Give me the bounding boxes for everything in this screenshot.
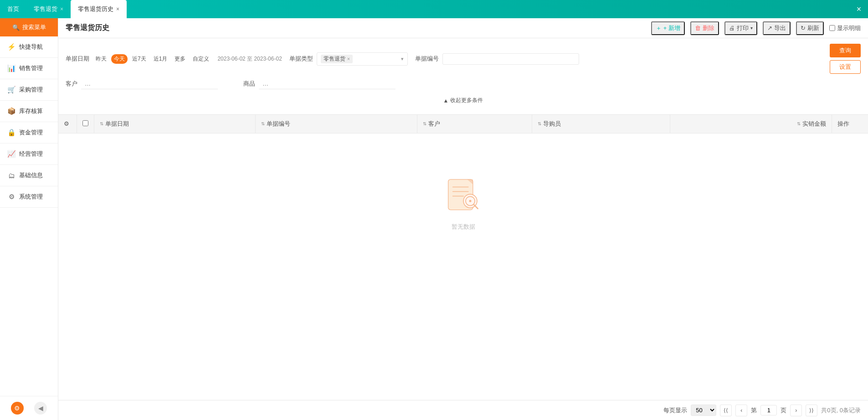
refresh-button-label: 刷新 (807, 24, 819, 32)
collapse-icon: ▲ (443, 97, 449, 104)
tab-home-label: 首页 (7, 5, 19, 13)
th-checkbox[interactable] (77, 115, 94, 133)
filter-settings-label: 设置 (839, 63, 851, 70)
page-label: 第 (751, 406, 757, 415)
sidebar-item-quick-nav[interactable]: ⚡ 快捷导航 (0, 36, 58, 58)
print-chevron-icon: ▾ (750, 26, 753, 31)
th-ops-label: 操作 (837, 120, 849, 127)
sort-icon: ⇅ (423, 121, 426, 126)
th-ops: 操作 (832, 115, 868, 133)
show-detail-checkbox-input[interactable] (829, 25, 835, 31)
top-bar: 首页 零售退货 × 零售退货历史 × × (0, 0, 868, 18)
sidebar-item-label: 资金管理 (19, 128, 43, 137)
sort-icon: ⇅ (538, 121, 541, 126)
th-no: ⇅ 单据编号 (256, 115, 417, 133)
sidebar-item-label: 系统管理 (19, 193, 43, 201)
last-page-button[interactable]: ⟩⟩ (806, 405, 817, 416)
customer-label: 客户 (66, 80, 77, 88)
settings-icon[interactable]: ⚙ (64, 120, 69, 127)
page-number-input[interactable] (760, 405, 777, 415)
first-page-button[interactable]: ⟨⟨ (720, 405, 732, 416)
toolbar-actions: ＋ + 新增 🗑 删除 🖨 打印 ▾ ↗ 导出 ↻ (651, 21, 861, 35)
print-button-label: 打印 (737, 24, 749, 32)
query-button[interactable]: 查询 (830, 44, 861, 57)
tab-retail-return-history-close[interactable]: × (116, 6, 119, 12)
tab-home[interactable]: 首页 (0, 0, 26, 18)
th-settings[interactable]: ⚙ (58, 115, 77, 133)
date-opt-7days[interactable]: 近7天 (129, 54, 149, 64)
sales-icon: 📊 (7, 64, 15, 72)
print-button[interactable]: 🖨 打印 ▾ (724, 21, 757, 35)
filter-row-2: 客户 商品 (66, 78, 861, 89)
export-icon: ↗ (767, 25, 772, 31)
per-page-label: 每页显示 (663, 406, 687, 415)
select-all-checkbox[interactable] (82, 120, 88, 126)
sidebar-item-purchase[interactable]: 🛒 采购管理 (0, 79, 58, 101)
goods-input[interactable] (259, 78, 395, 89)
doctype-tag-value: 零售退货 (324, 55, 345, 63)
sidebar-item-sales[interactable]: 📊 销售管理 (0, 58, 58, 79)
prev-page-button[interactable]: ‹ (735, 405, 747, 416)
sidebar-item-label: 经营管理 (19, 150, 43, 158)
date-opt-1month[interactable]: 近1月 (151, 54, 170, 64)
table-area: ⚙ ⇅ 单据日期 ⇅ (58, 115, 868, 400)
doctype-select[interactable]: 零售退货 × ▾ (317, 52, 408, 66)
per-page-select[interactable]: 50 100 200 (691, 405, 716, 416)
sidebar-item-label: 快捷导航 (19, 43, 43, 51)
th-date: ⇅ 单据日期 (94, 115, 256, 133)
sidebar-settings-icon[interactable]: ⚙ (11, 402, 24, 415)
svg-point-7 (469, 200, 471, 202)
sidebar-search[interactable]: 🔍 搜索菜单 (0, 18, 58, 36)
doctype-tag-close[interactable]: × (347, 56, 350, 61)
table-head: ⚙ ⇅ 单据日期 ⇅ (58, 115, 868, 133)
date-opt-custom[interactable]: 自定义 (190, 54, 212, 64)
docno-label: 单据编号 (415, 55, 439, 63)
window-close-button[interactable]: × (850, 0, 868, 18)
basic-info-icon: 🗂 (7, 171, 15, 179)
export-button-label: 导出 (774, 24, 786, 32)
empty-state-illustration (441, 170, 486, 215)
sidebar-collapse-icon[interactable]: ◀ (34, 402, 47, 415)
customer-input[interactable] (81, 78, 218, 89)
date-opt-more[interactable]: 更多 (172, 54, 188, 64)
docno-input[interactable] (442, 53, 579, 65)
finance-icon: 🔒 (7, 128, 15, 137)
doctype-chevron-icon: ▾ (401, 56, 404, 62)
delete-button[interactable]: 🗑 删除 (690, 21, 719, 35)
sidebar-item-finance[interactable]: 🔒 资金管理 (0, 122, 58, 143)
tab-retail-return[interactable]: 零售退货 × (26, 0, 71, 18)
tab-retail-return-label: 零售退货 (34, 5, 57, 13)
date-opt-yesterday[interactable]: 昨天 (93, 54, 109, 64)
tab-list: 首页 零售退货 × 零售退货历史 × (0, 0, 850, 18)
collapse-button[interactable]: ▲ 收起更多条件 (438, 94, 489, 107)
sidebar-item-system[interactable]: ⚙ 系统管理 (0, 186, 58, 208)
tab-retail-return-close[interactable]: × (60, 6, 63, 12)
next-page-button[interactable]: › (790, 405, 802, 416)
goods-label: 商品 (243, 80, 255, 88)
show-detail-toggle[interactable]: 显示明细 (829, 24, 861, 32)
sidebar-item-inventory[interactable]: 📦 库存核算 (0, 101, 58, 122)
sidebar-item-basic-info[interactable]: 🗂 基础信息 (0, 165, 58, 186)
filter-group-goods: 商品 (243, 78, 395, 89)
th-guide-label: 导购员 (543, 120, 561, 128)
th-amount: ⇅ 实销金额 (670, 115, 832, 133)
filter-settings-button[interactable]: 设置 (830, 60, 861, 74)
table-header-row: ⚙ ⇅ 单据日期 ⇅ (58, 115, 868, 133)
tab-retail-return-history[interactable]: 零售退货历史 × (71, 0, 127, 18)
query-button-label: 查询 (839, 47, 851, 54)
th-amount-label: 实销金额 (802, 120, 826, 128)
export-button[interactable]: ↗ 导出 (763, 21, 791, 35)
page-suffix: 页 (781, 406, 786, 415)
pagination-bar: 每页显示 50 100 200 ⟨⟨ ‹ 第 页 › ⟩⟩ 共0页, 0条记录 (58, 400, 868, 420)
date-opt-today[interactable]: 今天 (111, 54, 128, 64)
sidebar: 🔍 搜索菜单 ⚡ 快捷导航 📊 销售管理 🛒 采购管理 📦 库存核算 🔒 资金管… (0, 18, 58, 420)
inventory-icon: 📦 (7, 107, 15, 115)
sidebar-item-operations[interactable]: 📈 经营管理 (0, 143, 58, 165)
total-text: 共0页, 0条记录 (821, 406, 861, 415)
sidebar-item-label: 销售管理 (19, 64, 43, 72)
page-header: 零售退货历史 ＋ + 新增 🗑 删除 🖨 打印 ▾ ↗ 导出 (58, 18, 868, 38)
sidebar-item-label: 库存核算 (19, 107, 43, 115)
filter-group-docno: 单据编号 (415, 53, 579, 65)
refresh-button[interactable]: ↻ 刷新 (796, 21, 824, 35)
new-button[interactable]: ＋ + 新增 (651, 21, 685, 35)
